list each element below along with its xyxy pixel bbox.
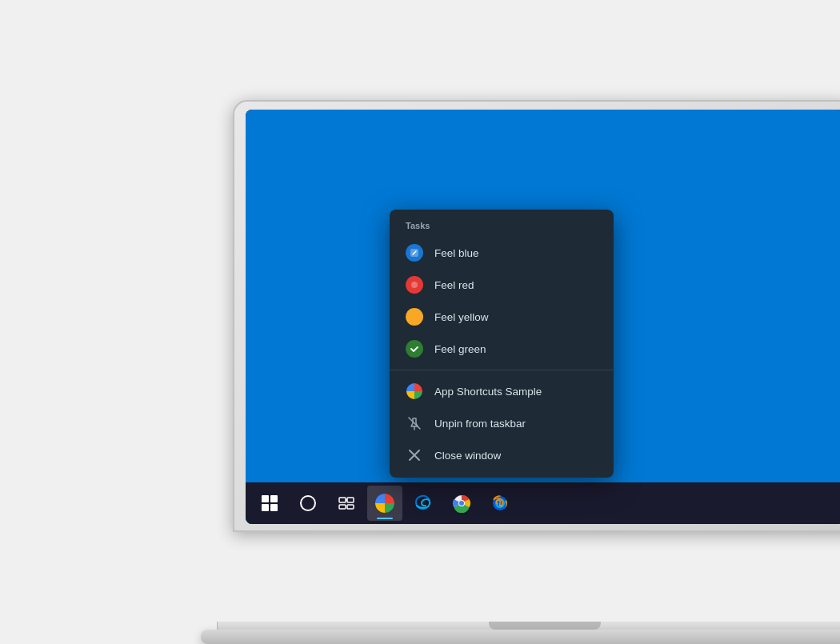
close-window-label: Close window [434,450,501,462]
svg-rect-8 [339,498,346,502]
feel-red-icon [406,276,423,294]
feel-red-label: Feel red [434,279,474,291]
taskbar-edge-icon[interactable] [406,486,441,521]
menu-item-feel-green[interactable]: Feel green [390,333,614,365]
pie-chart-icon [406,382,423,400]
laptop-frame: Tasks Feel blue [233,100,840,532]
close-window-icon [406,446,423,464]
edge-browser-icon [414,494,433,513]
feel-green-icon [406,340,423,358]
pencil-icon [409,247,420,258]
taskbar-search-button[interactable] [290,486,326,521]
svg-point-17 [459,501,464,506]
svg-point-7 [301,496,315,510]
taskbar-task-view-button[interactable] [329,486,364,521]
svg-rect-10 [339,505,346,509]
unpin-icon [406,414,423,432]
task-view-icon [338,494,355,512]
feel-blue-label: Feel blue [434,247,479,259]
taskbar-firefox-icon[interactable] [482,486,518,521]
search-circle-icon [299,494,317,512]
menu-item-feel-blue[interactable]: Feel blue [390,237,614,269]
feel-green-label: Feel green [434,343,486,355]
taskbar-chrome-icon[interactable] [444,486,479,521]
taskbar-start-button[interactable] [252,486,287,521]
screen-bezel: Tasks Feel blue [246,110,840,524]
laptop-hinge [489,622,601,630]
svg-rect-9 [347,498,354,502]
feel-yellow-label: Feel yellow [434,311,489,323]
svg-point-1 [411,282,418,288]
taskbar [246,482,840,524]
menu-item-feel-yellow[interactable]: Feel yellow [390,301,614,333]
app-shortcuts-icon [406,382,423,400]
app-shortcuts-label: App Shortcuts Sample [434,386,542,398]
context-menu: Tasks Feel blue [390,210,614,478]
windows-logo-icon [262,495,278,511]
taskbar-pie-icon [374,493,395,514]
menu-item-feel-red[interactable]: Feel red [390,269,614,301]
close-x-svg-icon [406,447,422,463]
menu-item-close-window[interactable]: Close window [390,439,614,471]
unpin-label: Unpin from taskbar [434,418,526,430]
windows-desktop: Tasks Feel blue [246,110,840,524]
menu-divider-1 [390,370,614,370]
check-icon [409,343,420,354]
menu-item-unpin[interactable]: Unpin from taskbar [390,407,614,439]
chrome-browser-icon [452,494,471,513]
laptop-device: Tasks Feel blue [233,100,840,644]
taskbar-app-shortcuts-icon[interactable] [367,486,402,521]
firefox-browser-icon [490,494,510,513]
feel-yellow-icon [406,308,423,326]
svg-rect-11 [347,505,354,509]
tasks-section-label: Tasks [390,216,614,237]
menu-item-app-shortcuts[interactable]: App Shortcuts Sample [390,375,614,407]
unpin-svg-icon [406,415,422,431]
pencil-icon-red [409,279,420,290]
laptop-stand [201,630,840,644]
feel-blue-icon [406,244,423,262]
